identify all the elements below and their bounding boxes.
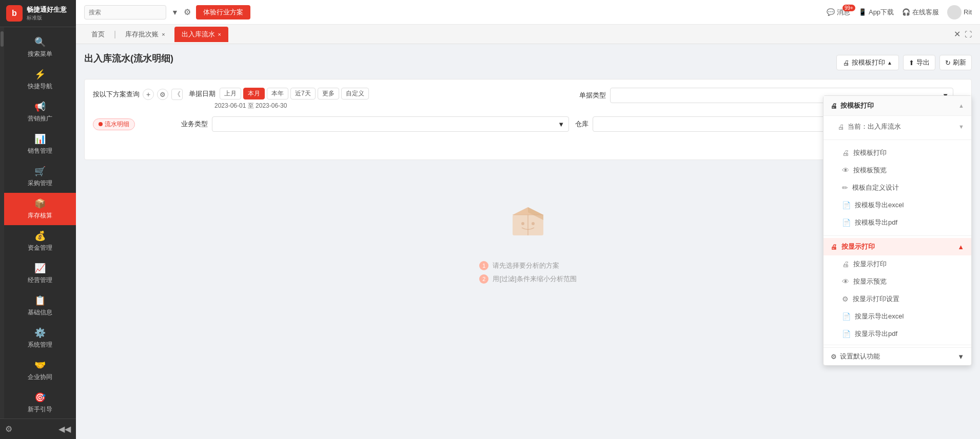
collab-icon: 🤝 [34, 360, 46, 371]
sidebar-item-operation[interactable]: 📈 经营管理 [4, 257, 76, 290]
dropdown-item-template-print[interactable]: 🖨 按模板打印 [824, 144, 971, 162]
topbar-left: ▼ ⚙ 体验行业方案 [84, 5, 250, 19]
dropdown-item-display-settings[interactable]: ⚙ 按显示打印设置 [824, 290, 971, 308]
quick-nav-icon: ⚡ [34, 69, 46, 80]
sidebar-item-quick-nav[interactable]: ⚡ 快捷导航 [4, 64, 76, 96]
tab-batch-ledger-close-icon[interactable]: × [162, 31, 165, 37]
dropdown-item-template-custom[interactable]: ✏ 模板自定义设计 [824, 179, 971, 196]
filter-collapse-button[interactable]: 《 [171, 89, 183, 100]
sidebar-bottom: ⚙ ◀◀ [0, 418, 76, 439]
dropdown-collapse-icon[interactable]: ▲ [958, 103, 964, 109]
empty-state-icon [505, 197, 551, 253]
topbar-gear-icon[interactable]: ⚙ [184, 7, 191, 17]
dropdown-item-template-pdf[interactable]: 📄 按模板导出pdf [824, 214, 971, 231]
sidebar-item-guide[interactable]: 🎯 新手引导 [4, 387, 76, 418]
business-type-chevron: ▼ [558, 121, 564, 128]
industry-solution-button[interactable]: 体验行业方案 [196, 5, 250, 19]
flow-tag-label: 流水明细 [105, 120, 129, 129]
dropdown-item-template-excel[interactable]: 📄 按模板导出excel [824, 196, 971, 214]
template-custom-icon: ✏ [842, 184, 848, 192]
sidebar-item-purchase[interactable]: 🛒 采购管理 [4, 161, 76, 193]
current-year-button[interactable]: 本年 [267, 88, 288, 99]
business-type-select[interactable]: ▼ [212, 116, 569, 132]
topbar-search-input[interactable] [84, 5, 166, 19]
app-download-button[interactable]: 📱 App下载 [858, 8, 894, 17]
app-download-icon: 📱 [858, 8, 867, 16]
settings-bottom-icon[interactable]: ⚙ [5, 424, 12, 434]
flow-tag-dot [99, 122, 103, 126]
more-button[interactable]: 更多 [318, 88, 339, 99]
message-button[interactable]: 💬 消息 99+ [827, 8, 850, 17]
main-content: ▼ ⚙ 体验行业方案 💬 消息 99+ 📱 App下载 🎧 在线客服 Rit [76, 0, 980, 439]
current-month-button[interactable]: 本月 [243, 88, 265, 99]
dropdown-item-template-preview[interactable]: 👁 按模板预览 [824, 162, 971, 179]
tab-batch-ledger-label: 库存批次账 [125, 30, 159, 39]
template-print-button[interactable]: 🖨 按模板打印 ▲ [836, 55, 899, 70]
sidebar-basic-label: 基础信息 [28, 308, 52, 317]
collapse-sidebar-icon[interactable]: ◀◀ [58, 424, 71, 434]
export-button[interactable]: ⬆ 导出 [903, 55, 935, 70]
display-settings-icon: ⚙ [842, 295, 849, 303]
display-pdf-icon: 📄 [842, 330, 851, 338]
flow-tag: 流水明细 [93, 118, 135, 130]
dropdown-divider-1 [824, 139, 971, 140]
sidebar-logo: b 畅捷通好生意 标准版 [0, 0, 76, 27]
template-excel-label: 按模板导出excel [855, 201, 904, 210]
sidebar-item-search[interactable]: 🔍 搜索菜单 [4, 31, 76, 64]
sidebar-quick-nav-label: 快捷导航 [28, 82, 52, 91]
page-header-right: 🖨 按模板打印 ▲ ⬆ 导出 ↻ 刷新 [836, 55, 972, 70]
logo-icon: b [6, 5, 23, 22]
sidebar-item-sales[interactable]: 📊 销售管理 [4, 128, 76, 161]
custom-button[interactable]: 自定义 [341, 88, 369, 99]
window-close-icon[interactable]: ✕ [954, 29, 961, 39]
tab-batch-ledger[interactable]: 库存批次账 × [118, 27, 172, 42]
sidebar-item-inventory[interactable]: 📦 库存核算 [4, 193, 76, 225]
footer-label: 设置默认功能 [840, 352, 880, 361]
tab-home[interactable]: 首页 [84, 27, 112, 42]
chevron-up-icon: ▲ [887, 60, 892, 66]
logo-text: 畅捷通好生意 标准版 [27, 5, 67, 22]
tab-home-label: 首页 [91, 30, 105, 39]
dropdown-panel: 🖨 按模板打印 ▲ 🖨 当前：出入库流水 ▼ 🖨 [823, 95, 972, 366]
dropdown-divider-2 [824, 235, 971, 236]
dropdown-item-display-preview[interactable]: 👁 按显示预览 [824, 273, 971, 290]
filter-criteria-label: 按以下方案查询 [93, 90, 140, 99]
tab-flow-close-icon[interactable]: × [218, 31, 221, 37]
export-icon: ⬆ [909, 59, 914, 67]
window-maximize-icon[interactable]: ⛶ [965, 30, 972, 38]
sidebar-item-basic[interactable]: 📋 基础信息 [4, 290, 76, 322]
filter-setting-button[interactable]: ⚙ [157, 89, 168, 100]
tab-flow[interactable]: 出入库流水 × [174, 27, 228, 42]
tab-flow-label: 出入库流水 [182, 30, 215, 39]
online-service-label: 在线客服 [912, 8, 939, 17]
sidebar-item-collab[interactable]: 🤝 企业协同 [4, 354, 76, 387]
7days-button[interactable]: 近7天 [290, 88, 316, 99]
sidebar-item-system[interactable]: ⚙️ 系统管理 [4, 322, 76, 354]
operation-icon: 📈 [34, 263, 46, 274]
dropdown-footer[interactable]: ⚙ 设置默认功能 ▼ [824, 347, 971, 365]
dropdown-item-display-print[interactable]: 🖨 按显示打印 [824, 255, 971, 273]
dropdown-item-display-pdf[interactable]: 📄 按显示导出pdf [824, 325, 971, 343]
dropdown-current-item[interactable]: 🖨 当前：出入库流水 ▼ [824, 118, 971, 135]
topbar-search-icon[interactable]: ▼ [171, 8, 179, 16]
sidebar-item-marketing[interactable]: 📢 营销推广 [4, 96, 76, 128]
filter-add-button[interactable]: + [143, 89, 154, 100]
display-print-icon: 🖨 [842, 260, 849, 268]
user-avatar-area[interactable]: Rit [947, 5, 972, 19]
step-2-text: 用[过滤]条件来缩小分析范围 [493, 274, 576, 284]
prev-month-button[interactable]: 上月 [220, 88, 241, 99]
display-settings-label: 按显示打印设置 [853, 294, 899, 304]
dropdown-item-display-excel[interactable]: 📄 按显示导出excel [824, 308, 971, 325]
search-icon: 🔍 [34, 36, 46, 48]
warehouse-label: 仓库 [575, 119, 589, 129]
template-print-item-icon: 🖨 [842, 149, 849, 157]
marketing-icon: 📢 [34, 101, 46, 112]
sidebar-sales-label: 销售管理 [28, 147, 52, 155]
display-preview-label: 按显示预览 [853, 277, 887, 286]
sidebar-item-finance[interactable]: 💰 资金管理 [4, 225, 76, 257]
refresh-button[interactable]: ↻ 刷新 [939, 55, 972, 70]
template-section: 🖨 按模板打印 👁 按模板预览 ✏ 模板自定义设计 📄 按模板导出excel 📄 [824, 142, 971, 233]
dropdown-display-section-header[interactable]: 🖨 按显示打印 ▲ [824, 238, 971, 255]
online-service-button[interactable]: 🎧 在线客服 [902, 8, 939, 17]
display-section-label: 按显示打印 [841, 242, 875, 251]
